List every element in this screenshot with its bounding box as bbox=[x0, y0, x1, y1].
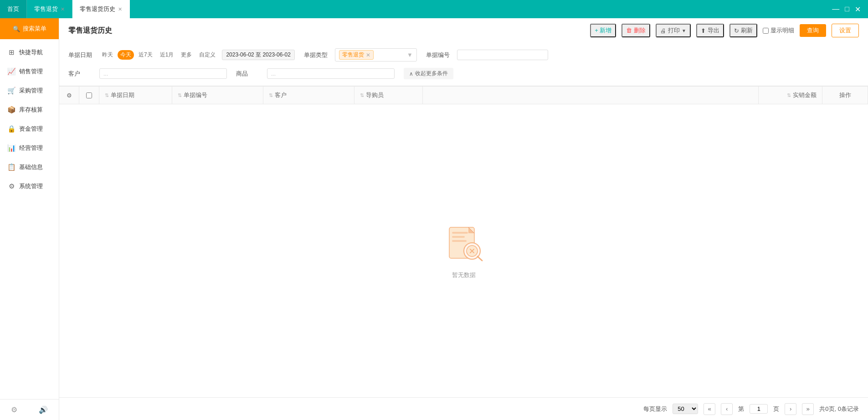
table-header: ⚙ ⇅ 单据日期 ⇅ 单据编号 ⇅ 客户 ⇅ bbox=[59, 86, 868, 104]
page-title: 零售退货历史 bbox=[68, 26, 112, 36]
th-bill-date[interactable]: ⇅ 单据日期 bbox=[99, 87, 172, 104]
purchase-mgmt-icon: 🛒 bbox=[7, 87, 15, 95]
show-detail-checkbox-area[interactable]: 显示明细 bbox=[763, 26, 794, 35]
sidebar-item-biz-mgmt[interactable]: 📊 经营管理 bbox=[0, 138, 59, 158]
pagination-bar: 每页显示 20 50 100 200 « ‹ 第 页 › » 共0页, 0条记录 bbox=[59, 397, 868, 420]
next-page-btn[interactable]: › bbox=[785, 403, 796, 415]
bill-type-tag: 零售退货 ✕ bbox=[339, 50, 374, 60]
goods-placeholder: ... bbox=[271, 71, 276, 77]
current-page-input[interactable] bbox=[750, 404, 768, 414]
date-btn-custom[interactable]: 自定义 bbox=[196, 50, 218, 60]
sidebar: 🔍 搜索菜单 ⊞ 快捷导航 📈 销售管理 🛒 采购管理 📦 库存核算 🔒 bbox=[0, 18, 59, 420]
th-amount-label: 实销金额 bbox=[793, 91, 817, 99]
bill-type-dropdown-icon: ▼ bbox=[407, 51, 413, 58]
th-spacer bbox=[423, 87, 759, 104]
customer-label: 客户 bbox=[68, 70, 96, 78]
close-btn[interactable]: ✕ bbox=[855, 5, 861, 14]
date-btn-yesterday[interactable]: 昨天 bbox=[99, 50, 116, 60]
bill-type-tag-remove[interactable]: ✕ bbox=[366, 52, 370, 58]
delete-button[interactable]: 🗑 删除 bbox=[621, 24, 650, 37]
goods-input[interactable]: ... bbox=[267, 68, 395, 79]
sort-asc-icon-date: ⇅ bbox=[105, 92, 109, 98]
new-button[interactable]: + 新增 bbox=[590, 24, 616, 37]
collapse-icon: ∧ bbox=[409, 71, 413, 77]
sidebar-item-quick-nav-label: 快捷导航 bbox=[19, 48, 43, 56]
quick-nav-icon: ⊞ bbox=[7, 48, 15, 56]
bill-date-label: 单据日期 bbox=[68, 51, 96, 59]
sort-asc-icon-billno: ⇅ bbox=[178, 92, 182, 98]
tab-retail-return[interactable]: 零售退货 ✕ bbox=[27, 0, 72, 18]
filter-goods: 商品 ... bbox=[236, 68, 395, 79]
sys-mgmt-icon: ⚙ bbox=[7, 182, 15, 190]
sidebar-item-purchase-mgmt[interactable]: 🛒 采购管理 bbox=[0, 81, 59, 100]
top-bar-right: — □ ✕ bbox=[832, 0, 868, 18]
collapse-btn[interactable]: ∧ 收起更多条件 bbox=[404, 68, 453, 79]
sidebar-item-sales-mgmt[interactable]: 📈 销售管理 bbox=[0, 62, 59, 81]
date-range-value[interactable]: 2023-06-02 至 2023-06-02 bbox=[222, 50, 294, 60]
sidebar-search[interactable]: 🔍 搜索菜单 bbox=[0, 18, 59, 39]
svg-line-6 bbox=[478, 256, 482, 261]
select-all-checkbox[interactable] bbox=[86, 92, 92, 98]
sort-asc-icon-amount: ⇅ bbox=[787, 92, 791, 98]
th-bill-no[interactable]: ⇅ 单据编号 bbox=[172, 87, 263, 104]
th-bill-no-label: 单据编号 bbox=[184, 91, 207, 99]
th-amount[interactable]: ⇅ 实销金额 bbox=[759, 87, 822, 104]
sidebar-item-basic-info[interactable]: 📋 基础信息 bbox=[0, 158, 59, 177]
th-guide-label: 导购员 bbox=[366, 91, 384, 99]
sidebar-nav: ⊞ 快捷导航 📈 销售管理 🛒 采购管理 📦 库存核算 🔒 资金管理 📊 bbox=[0, 39, 59, 399]
settings-button[interactable]: 设置 bbox=[832, 24, 859, 37]
print-button[interactable]: 🖨 🖨 打印 打印 ▼ bbox=[656, 24, 691, 37]
query-button[interactable]: 查询 bbox=[800, 24, 826, 37]
th-settings[interactable]: ⚙ bbox=[59, 87, 79, 104]
print-icon: 🖨 bbox=[660, 27, 666, 34]
show-detail-checkbox[interactable] bbox=[763, 28, 769, 34]
empty-icon bbox=[441, 223, 487, 264]
sidebar-item-basic-info-label: 基础信息 bbox=[19, 163, 43, 171]
sound-bottom-btn[interactable]: 🔊 bbox=[39, 405, 48, 414]
prev-page-btn[interactable]: ‹ bbox=[721, 403, 733, 415]
sidebar-bottom: ⚙ 🔊 bbox=[0, 399, 59, 420]
date-btn-today[interactable]: 今天 bbox=[118, 50, 134, 60]
main-layout: 🔍 搜索菜单 ⊞ 快捷导航 📈 销售管理 🛒 采购管理 📦 库存核算 🔒 bbox=[0, 18, 868, 420]
bill-type-select[interactable]: 零售退货 ✕ ▼ bbox=[335, 48, 417, 61]
sidebar-item-sys-mgmt[interactable]: ⚙ 系统管理 bbox=[0, 177, 59, 196]
th-guide[interactable]: ⇅ 导购员 bbox=[354, 87, 423, 104]
sidebar-item-fund-mgmt-label: 资金管理 bbox=[19, 125, 43, 133]
th-checkbox[interactable] bbox=[79, 87, 99, 104]
tab-retail-return-close[interactable]: ✕ bbox=[61, 6, 65, 12]
sidebar-item-inventory-calc[interactable]: 📦 库存核算 bbox=[0, 100, 59, 119]
date-btn-7days[interactable]: 近7天 bbox=[136, 50, 155, 60]
customer-placeholder: ... bbox=[103, 71, 108, 77]
minimize-btn[interactable]: — bbox=[832, 5, 839, 14]
collapse-label: 收起更多条件 bbox=[415, 70, 448, 77]
bill-type-tag-text: 零售退货 bbox=[342, 51, 364, 59]
page-unit: 页 bbox=[773, 405, 779, 413]
first-page-btn[interactable]: « bbox=[704, 403, 715, 415]
svg-rect-2 bbox=[452, 236, 465, 238]
th-customer[interactable]: ⇅ 客户 bbox=[263, 87, 354, 104]
customer-input[interactable]: ... bbox=[99, 68, 227, 79]
sidebar-item-quick-nav[interactable]: ⊞ 快捷导航 bbox=[0, 43, 59, 62]
sidebar-item-fund-mgmt[interactable]: 🔒 资金管理 bbox=[0, 119, 59, 138]
per-page-select[interactable]: 20 50 100 200 bbox=[673, 404, 698, 414]
refresh-button[interactable]: ↻ 刷新 bbox=[729, 24, 757, 37]
filter-row-2: 客户 ... 商品 ... ∧ bbox=[68, 66, 859, 81]
bill-no-input[interactable] bbox=[457, 50, 548, 60]
per-page-label: 每页显示 bbox=[643, 405, 667, 413]
th-operation-label: 操作 bbox=[839, 91, 851, 99]
settings-bottom-btn[interactable]: ⚙ bbox=[11, 405, 17, 414]
export-button[interactable]: ⬆ 导出 bbox=[696, 24, 724, 37]
basic-info-icon: 📋 bbox=[7, 163, 15, 171]
last-page-btn[interactable]: » bbox=[802, 403, 814, 415]
date-btn-more[interactable]: 更多 bbox=[178, 50, 195, 60]
svg-rect-1 bbox=[452, 232, 468, 234]
date-btn-1month[interactable]: 近1月 bbox=[157, 50, 177, 60]
sidebar-item-sales-mgmt-label: 销售管理 bbox=[19, 67, 43, 76]
tab-retail-return-history[interactable]: 零售退货历史 ✕ bbox=[72, 0, 130, 18]
tab-retail-return-history-label: 零售退货历史 bbox=[80, 5, 115, 13]
bill-no-label: 单据编号 bbox=[426, 51, 453, 59]
tab-home[interactable]: 首页 bbox=[0, 0, 27, 18]
page-label: 第 bbox=[738, 405, 744, 413]
tab-retail-return-history-close[interactable]: ✕ bbox=[118, 6, 122, 12]
maximize-btn[interactable]: □ bbox=[845, 5, 849, 14]
